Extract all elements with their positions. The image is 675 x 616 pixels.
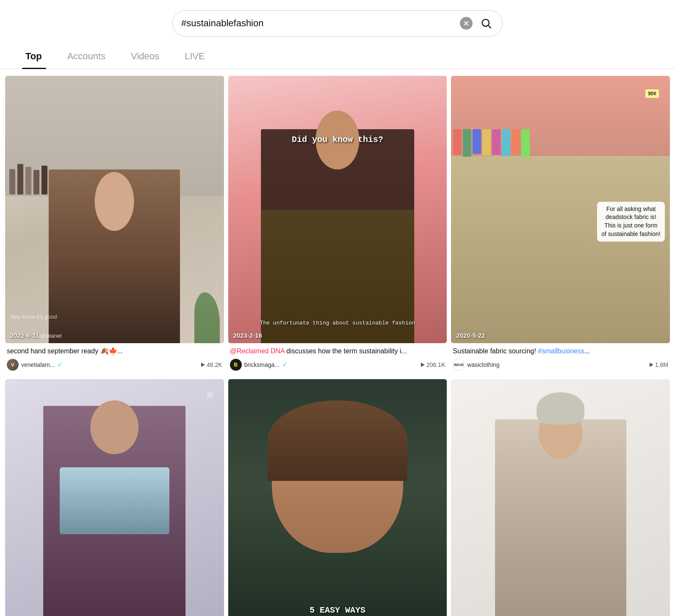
play-count-3: 1.6M	[650, 361, 668, 368]
search-button[interactable]	[479, 16, 494, 31]
author-name-1: venetialam...	[21, 361, 55, 368]
bottom-card-1[interactable]	[5, 379, 224, 616]
play-triangle-1	[201, 363, 205, 367]
tab-top[interactable]: Top	[22, 43, 55, 69]
video-card-3[interactable]: 90¢ For all asking what deadstock fabric…	[451, 76, 670, 372]
play-triangle-3	[650, 363, 653, 367]
tab-live[interactable]: LIVE	[172, 43, 218, 69]
thumb-watermark-1: they know it's good	[10, 314, 57, 320]
search-bar-container: #sustainablefashion	[0, 0, 675, 43]
video-meta-2: B bricksmagа... ✓ 206.1K	[230, 359, 445, 371]
video-thumbnail-2: Did you know this? The unfortunate thing…	[228, 76, 447, 343]
thumbnail-bubble-3: For all asking what deadstock fabric is!…	[597, 202, 665, 241]
tab-accounts[interactable]: Accounts	[55, 43, 119, 69]
thumb-overlay-main-2: Did you know this?	[292, 135, 383, 144]
video-card-2[interactable]: Did you know this? The unfortunate thing…	[228, 76, 447, 372]
play-triangle-2	[421, 363, 425, 367]
video-info-3: Sustainable fabric sourcing! #smallbusin…	[451, 343, 670, 372]
video-info-1: second hand september ready 🍂🍁... V vene…	[5, 343, 224, 372]
video-title-3: Sustainable fabric sourcing! #smallbusin…	[453, 347, 668, 356]
svg-point-0	[482, 19, 489, 26]
avatar-1: V	[7, 359, 19, 371]
tab-videos[interactable]: Videos	[118, 43, 172, 69]
svg-line-1	[488, 25, 491, 28]
tabs-container: Top Accounts Videos LIVE	[0, 43, 675, 69]
search-input[interactable]: #sustainablefashion	[181, 18, 460, 29]
video-meta-1: V venetialam... ✓ 48.2K	[7, 359, 222, 371]
video-thumbnail-3: 90¢ For all asking what deadstock fabric…	[451, 76, 670, 343]
video-thumbnail-1: they know it's good 2022-8-31 nd planet	[5, 76, 224, 343]
thumb-overlay-sub-2: The unfortunate thing about sustainable …	[228, 320, 447, 326]
clear-icon[interactable]	[460, 17, 473, 30]
bottom-card-2[interactable]: 5 EASY WAYSTO BE MORESUSTAINABLE WHEN	[228, 379, 447, 616]
video-info-2: @Reclaimed DNA discusses how the term su…	[228, 343, 447, 372]
video-meta-3: WASI wasiclothing 1.6M	[453, 359, 668, 371]
search-icon	[480, 17, 492, 29]
video-title-2: @Reclaimed DNA discusses how the term su…	[230, 347, 445, 356]
title-end-3: ...	[584, 347, 590, 355]
author-name-3: wasiclothing	[467, 361, 499, 368]
thumbnail-date-3: 2020-5-22	[456, 332, 485, 339]
video-card-1[interactable]: they know it's good 2022-8-31 nd planet …	[5, 76, 224, 372]
video-grid: they know it's good 2022-8-31 nd planet …	[0, 69, 675, 379]
title-mention-2: @Reclaimed DNA	[230, 347, 285, 355]
video-title-1: second hand september ready 🍂🍁...	[7, 347, 222, 356]
search-bar: #sustainablefashion	[172, 10, 503, 36]
thumbnail-date-1: 2022-8-31	[10, 332, 39, 339]
bottom-overlay-text-2: 5 EASY WAYSTO BE MORESUSTAINABLE WHEN	[239, 605, 436, 616]
verified-icon-2: ✓	[282, 361, 288, 369]
thumbnail-date-2: 2023-2-16	[233, 332, 262, 339]
author-name-2: bricksmagа...	[244, 361, 279, 368]
avatar-2: B	[230, 359, 242, 371]
play-count-2: 206.1K	[421, 361, 445, 368]
verified-icon-1: ✓	[57, 361, 63, 369]
title-rest-2: discusses how the term sustainability i.…	[286, 347, 407, 355]
bottom-row: 5 EASY WAYSTO BE MORESUSTAINABLE WHEN ✨ …	[0, 379, 675, 616]
bottom-card-3[interactable]: ✨ THINGS ✨	[451, 379, 670, 616]
avatar-3: WASI	[453, 359, 465, 371]
play-count-1: 48.2K	[201, 361, 222, 368]
title-text-3: Sustainable fabric sourcing!	[453, 347, 538, 355]
title-hashtag-3: #smallbusiness	[538, 347, 584, 355]
